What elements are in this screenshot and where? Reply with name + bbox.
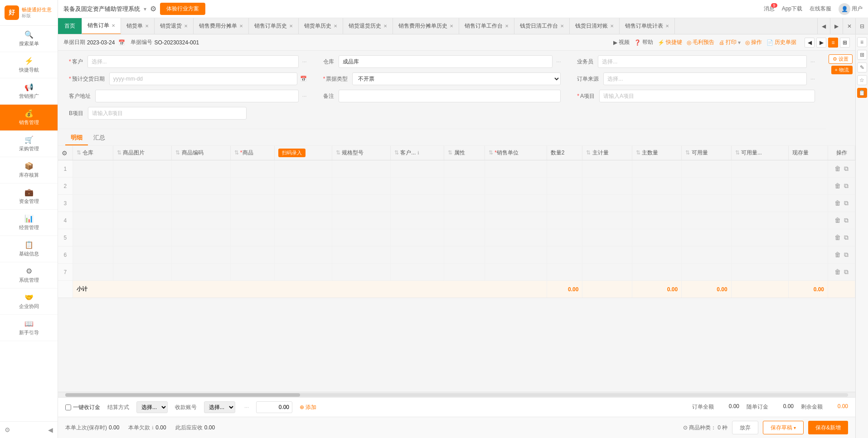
app-download-link[interactable]: App下载	[782, 5, 802, 13]
row-image[interactable]	[113, 229, 172, 246]
row-attr[interactable]	[444, 264, 485, 281]
row-available2[interactable]	[731, 212, 788, 229]
date-value[interactable]: 2023-03-24	[87, 39, 115, 46]
row-qty2[interactable]	[547, 212, 582, 229]
row-main-unit[interactable]	[582, 178, 632, 195]
notification-icon[interactable]: 消息 9	[764, 5, 775, 13]
row-main-qty[interactable]	[632, 264, 681, 281]
header-settings-icon[interactable]: ⚙	[150, 5, 156, 13]
row-customer-code[interactable]	[391, 229, 444, 246]
delivery-date-calendar-icon[interactable]: 📅	[300, 76, 307, 82]
table-wrapper[interactable]: ⚙ ⇅ 仓库 ⇅ 商品图片 ⇅ 商品编码	[58, 146, 855, 392]
row-image[interactable]	[113, 264, 172, 281]
rfp-icon-1[interactable]: ≡	[857, 37, 867, 47]
row-main-unit[interactable]	[582, 246, 632, 264]
row-barcode[interactable]	[274, 246, 332, 264]
row-customer-code[interactable]	[391, 195, 444, 212]
row-available2[interactable]	[731, 229, 788, 246]
tab-sales-return[interactable]: 销货退货 ✕	[155, 18, 194, 34]
row-warehouse[interactable]	[73, 246, 113, 264]
rfp-icon-2[interactable]: ⊞	[857, 50, 867, 60]
row-main-qty[interactable]	[632, 178, 681, 195]
tab-sales-history-close[interactable]: ✕	[289, 24, 293, 29]
help-btn[interactable]: ❓ 帮助	[634, 39, 653, 46]
salesperson-input[interactable]	[598, 55, 807, 68]
row-available[interactable]	[682, 246, 731, 264]
tab-sales-stats-close[interactable]: ✕	[665, 24, 669, 29]
add-payment-btn[interactable]: ⊕ 添加	[300, 404, 316, 411]
calendar-icon[interactable]: 📅	[118, 39, 125, 46]
row-barcode[interactable]	[274, 178, 332, 195]
row-qty2[interactable]	[547, 195, 582, 212]
tab-sales-expense-close[interactable]: ✕	[239, 24, 243, 29]
rfp-icon-5[interactable]: 📋	[857, 88, 867, 98]
row-warehouse[interactable]	[73, 229, 113, 246]
row-code[interactable]	[172, 264, 230, 281]
row-qty2[interactable]	[547, 264, 582, 281]
row-customer-code[interactable]	[391, 212, 444, 229]
row-image[interactable]	[113, 246, 172, 264]
row-attr[interactable]	[444, 212, 485, 229]
row-stock[interactable]	[788, 264, 828, 281]
tab-sales-goods[interactable]: 销货单 ✕	[121, 18, 155, 34]
row-unit[interactable]	[485, 195, 547, 212]
user-avatar-area[interactable]: 👤 用户	[839, 3, 863, 15]
warehouse-more-btn[interactable]: ···	[556, 58, 561, 65]
operation-btn[interactable]: ◎ 操作	[745, 39, 762, 46]
sidebar-item-finance[interactable]: 💼 资金管理	[0, 183, 58, 210]
row-qty2[interactable]	[547, 246, 582, 264]
customer-address-input[interactable]	[95, 90, 299, 102]
sidebar-item-marketing[interactable]: 📢 营销推广	[0, 78, 58, 105]
tab-next-btn[interactable]: ▶	[830, 18, 843, 34]
amount-input[interactable]	[256, 401, 292, 413]
tab-daily-workbench-close[interactable]: ✕	[560, 24, 564, 29]
number-value[interactable]: SO-20230324-001	[154, 39, 199, 46]
copy-icon[interactable]: ⧉	[844, 165, 849, 172]
one-click-checkbox[interactable]: 一键收订金	[65, 404, 100, 411]
delete-icon[interactable]: 🗑	[834, 199, 841, 207]
row-available2[interactable]	[731, 264, 788, 281]
row-name[interactable]	[230, 246, 274, 264]
tab-sales-stats[interactable]: 销售订单统计表 ✕	[620, 18, 675, 34]
row-barcode[interactable]	[274, 212, 332, 229]
sidebar-item-basic-info[interactable]: 📋 基础信息	[0, 236, 58, 262]
tab-daily-reconcile-close[interactable]: ✕	[610, 24, 614, 29]
system-dropdown-icon[interactable]: ▾	[144, 6, 146, 12]
settings-bottom-icon[interactable]: ⚙	[5, 426, 10, 433]
delete-icon[interactable]: 🗑	[834, 217, 841, 224]
row-stock[interactable]	[788, 212, 828, 229]
print-btn[interactable]: 🖨 打印 ▾	[719, 39, 741, 46]
discard-btn[interactable]: 放弃	[732, 421, 758, 434]
row-stock[interactable]	[788, 246, 828, 264]
video-btn[interactable]: ▶ 视频	[613, 39, 630, 46]
row-unit[interactable]	[485, 229, 547, 246]
row-available[interactable]	[682, 229, 731, 246]
view-table-icon[interactable]: ≡	[828, 38, 838, 48]
row-available2[interactable]	[731, 178, 788, 195]
copy-icon[interactable]: ⧉	[844, 268, 849, 275]
row-name[interactable]	[230, 229, 274, 246]
row-warehouse[interactable]	[73, 195, 113, 212]
row-unit[interactable]	[485, 178, 547, 195]
barcode-scan-btn[interactable]: 扫码录入	[278, 149, 305, 157]
order-source-input[interactable]	[603, 72, 807, 85]
row-spec[interactable]	[332, 229, 390, 246]
delivery-date-input[interactable]	[109, 72, 297, 85]
tab-daily-reconcile[interactable]: 钱货日清对账 ✕	[570, 18, 620, 34]
row-main-unit[interactable]	[582, 195, 632, 212]
row-qty2[interactable]	[547, 229, 582, 246]
row-main-qty[interactable]	[632, 195, 681, 212]
row-image[interactable]	[113, 160, 172, 178]
view-grid-icon[interactable]: ▶	[816, 38, 826, 48]
row-unit[interactable]	[485, 160, 547, 178]
save-new-btn[interactable]: 保存&新增	[808, 421, 848, 434]
profit-btn[interactable]: ◎ 毛利预告	[687, 39, 714, 46]
customer-input[interactable]	[87, 55, 299, 68]
row-stock[interactable]	[788, 178, 828, 195]
row-qty2[interactable]	[547, 178, 582, 195]
row-barcode[interactable]	[274, 160, 332, 178]
customer-more-btn[interactable]: ···	[302, 58, 307, 65]
tab-sales-return-close[interactable]: ✕	[184, 24, 188, 29]
row-main-qty[interactable]	[632, 160, 681, 178]
tab-expense-history-close[interactable]: ✕	[450, 24, 453, 29]
